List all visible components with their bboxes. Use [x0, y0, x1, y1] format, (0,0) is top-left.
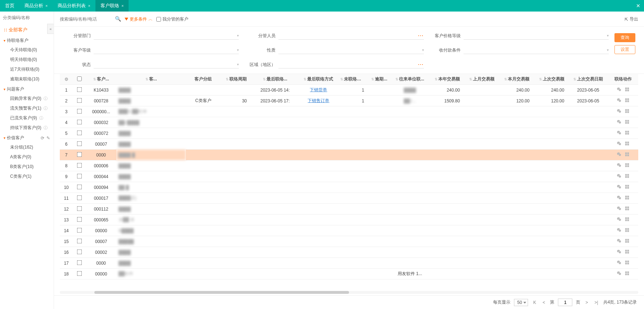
- filter-分管人员[interactable]: 分管人员···: [247, 32, 424, 40]
- grid-icon[interactable]: [625, 195, 630, 201]
- search-button[interactable]: 查询: [614, 33, 635, 42]
- gear-icon[interactable]: ⚙: [64, 77, 68, 82]
- tree-item[interactable]: 回购异常客户(0)ⓘ: [10, 94, 50, 103]
- tree-item[interactable]: 明天待联络(0): [10, 55, 50, 65]
- row-checkbox[interactable]: [77, 260, 82, 265]
- tree-item[interactable]: 近7天待联络(0): [10, 65, 50, 74]
- chevron-down-icon[interactable]: ▾: [607, 34, 609, 37]
- column-contact[interactable]: ⇅往来单位联...: [390, 74, 430, 85]
- sidebar-collapse-button[interactable]: «: [47, 24, 54, 34]
- table-row[interactable]: 1500007█████: [60, 236, 638, 247]
- close-icon[interactable]: ×: [121, 0, 124, 12]
- sidebar-all-customers[interactable]: 全部客户: [4, 27, 50, 33]
- wechat-icon[interactable]: [617, 260, 622, 266]
- row-checkbox[interactable]: [77, 238, 82, 243]
- my-customer-checkbox[interactable]: 我分管的客户: [156, 16, 188, 22]
- search-icon[interactable]: 🔍: [115, 16, 121, 22]
- wechat-icon[interactable]: [617, 152, 622, 158]
- filter-客户价格等级[interactable]: 客户价格等级▾: [433, 32, 609, 40]
- row-checkbox[interactable]: [77, 130, 82, 135]
- table-row[interactable]: 1400000B████: [60, 225, 638, 236]
- table-row[interactable]: 13000065乡██ 涛: [60, 215, 638, 225]
- chevron-down-icon[interactable]: ▾: [237, 34, 239, 37]
- help-icon[interactable]: ⓘ: [39, 115, 43, 121]
- tab-商品分析[interactable]: 商品分析×: [19, 0, 53, 12]
- grid-icon[interactable]: [625, 119, 630, 125]
- wechat-icon[interactable]: [617, 163, 622, 169]
- wechat-icon[interactable]: [617, 173, 622, 180]
- tree-item[interactable]: C类客户(1): [10, 172, 50, 181]
- filter-区域（地区）[interactable]: 区域（地区）···: [247, 61, 424, 69]
- row-checkbox[interactable]: [77, 119, 82, 124]
- grid-icon[interactable]: [625, 228, 630, 234]
- grid-icon[interactable]: [625, 130, 630, 136]
- table-row[interactable]: 2000728████C类客户302023-06-05 17:下销售订单1██2…: [60, 96, 638, 106]
- more-icon[interactable]: ···: [418, 33, 424, 38]
- column-last_way[interactable]: ⇅最后联络方式: [299, 74, 338, 85]
- close-icon[interactable]: ×: [88, 0, 90, 12]
- tree-item[interactable]: A类客户(0): [10, 152, 50, 162]
- wechat-icon[interactable]: [617, 249, 622, 255]
- column-last_month_amt[interactable]: ⇅上月交易额: [464, 74, 499, 85]
- grid-icon[interactable]: [625, 206, 630, 212]
- row-checkbox[interactable]: [77, 109, 82, 114]
- table-row[interactable]: 4000032██2████: [60, 117, 638, 128]
- first-page-button[interactable]: K: [532, 300, 537, 305]
- table-row[interactable]: 9000044████: [60, 171, 638, 182]
- wechat-icon[interactable]: [617, 98, 622, 104]
- tab-首页[interactable]: 首页: [0, 0, 19, 12]
- page-size-select[interactable]: 50: [514, 299, 528, 306]
- tree-group[interactable]: ▾价值客户⟳ ✎: [4, 133, 50, 142]
- wechat-icon[interactable]: [617, 109, 622, 115]
- row-checkbox[interactable]: [77, 228, 82, 233]
- row-checkbox[interactable]: [77, 195, 82, 200]
- tree-item[interactable]: B类客户(10): [10, 162, 50, 172]
- column-code[interactable]: ⇅客户...: [86, 74, 116, 85]
- close-icon[interactable]: ×: [45, 0, 48, 12]
- column-overdue[interactable]: ⇅逾期...: [368, 74, 390, 85]
- select-all-checkbox[interactable]: [77, 76, 82, 81]
- tree-item[interactable]: 持续下滑客户(0)ⓘ: [10, 123, 50, 133]
- table-row[interactable]: 1600002████: [60, 247, 638, 258]
- column-this_month_amt[interactable]: ⇅本月交易额: [499, 74, 534, 85]
- grid-icon[interactable]: [625, 98, 630, 104]
- row-checkbox[interactable]: [77, 249, 82, 254]
- chevron-down-icon[interactable]: ▾: [237, 48, 239, 52]
- wechat-icon[interactable]: [617, 184, 622, 190]
- table-row[interactable]: 1800000██软件用友软件 1...: [60, 269, 638, 279]
- help-icon[interactable]: ⓘ: [44, 106, 48, 111]
- chevron-down-icon[interactable]: ▾: [237, 62, 239, 66]
- table-row[interactable]: 11000017████店): [60, 193, 638, 204]
- wechat-icon[interactable]: [617, 141, 622, 147]
- table-row[interactable]: 3000000...███生██乾坤: [60, 106, 638, 117]
- wechat-icon[interactable]: [617, 195, 622, 201]
- prev-page-button[interactable]: <: [541, 300, 546, 305]
- column-last_time[interactable]: ⇅最后联络...: [251, 74, 299, 85]
- tree-item[interactable]: 逾期未联络(10): [10, 74, 50, 84]
- grid-icon[interactable]: [625, 141, 630, 147]
- help-icon[interactable]: ⓘ: [44, 96, 48, 101]
- table-row[interactable]: 170000████: [60, 258, 638, 269]
- row-checkbox[interactable]: [77, 271, 82, 276]
- chevron-down-icon[interactable]: ▾: [607, 48, 609, 52]
- grid-icon[interactable]: [625, 217, 630, 223]
- column-last_trade_amt[interactable]: ⇅上次交易额: [534, 74, 569, 85]
- grid-icon[interactable]: [625, 271, 630, 277]
- my-customer-checkbox-input[interactable]: [156, 17, 161, 22]
- row-checkbox[interactable]: [77, 141, 82, 146]
- tree-group[interactable]: ▾问题客户: [4, 84, 50, 94]
- tree-item[interactable]: 未分组(162): [10, 142, 50, 152]
- column-last_trade_date[interactable]: ⇅上次交易日期: [569, 74, 608, 85]
- table-row[interactable]: 8000006████: [60, 160, 638, 171]
- cell-last-way[interactable]: 下销货单: [299, 85, 338, 96]
- sidebar-search-input[interactable]: [3, 14, 54, 22]
- edit-icon[interactable]: ✎: [46, 136, 50, 141]
- grid-icon[interactable]: [625, 249, 630, 255]
- chevron-down-icon[interactable]: ▾: [422, 48, 424, 52]
- page-number-input[interactable]: [558, 299, 572, 306]
- wechat-icon[interactable]: [617, 271, 622, 277]
- wechat-icon[interactable]: [617, 87, 622, 93]
- row-checkbox[interactable]: [77, 206, 82, 211]
- horizontal-scrollbar[interactable]: [60, 291, 638, 294]
- table-row[interactable]: 12000112████: [60, 204, 638, 215]
